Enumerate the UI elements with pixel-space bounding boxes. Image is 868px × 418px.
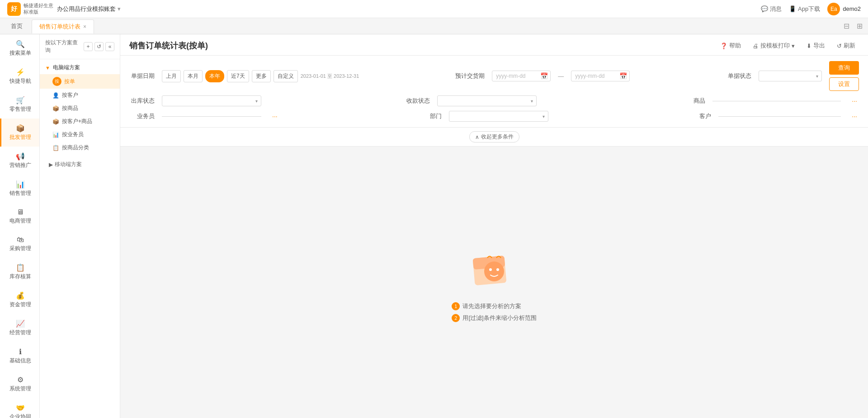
logo-icon: 好 [7, 2, 21, 16]
scheme-group-pc-label: 电脑端方案 [53, 64, 80, 71]
expected-delivery-start-wrapper: 📅 [492, 71, 551, 81]
customer-ellipsis-btn[interactable]: ··· [850, 113, 859, 120]
scheme-item-by-product-label: 按商品 [62, 104, 78, 112]
svg-point-3 [489, 268, 492, 271]
action-btn-group: 查询 设置 [829, 61, 859, 91]
export-btn[interactable]: ⬇ 导出 [803, 40, 829, 52]
scheme-item-by-order[interactable]: 按 按单 [40, 74, 120, 89]
date-btn-custom[interactable]: 自定义 [274, 70, 298, 82]
filter-dash: — [558, 73, 564, 80]
scheme-item-by-customer-product[interactable]: 📦 按客户+商品 [40, 115, 120, 128]
sidebar-item-operation[interactable]: 📈 经营管理 [0, 314, 39, 342]
page-header: 销售订单统计表(按单) ❓ 帮助 🖨 按模板打印 ▾ ⬇ 导出 [120, 34, 868, 56]
date-btn-more[interactable]: 更多 [252, 70, 271, 82]
department-label: 部门 [416, 112, 442, 120]
app-title-dropdown-icon[interactable]: ▾ [118, 5, 121, 12]
scheme-group-mobile-header[interactable]: ▶ 移动端方案 [40, 158, 120, 171]
empty-hint-1: 1 请先选择要分析的方案 [452, 302, 536, 310]
by-category-icon: 📋 [52, 145, 59, 151]
scheme-item-by-category[interactable]: 📋 按商品分类 [40, 141, 120, 154]
logo-area: 好 畅捷通好生意 标准版 [7, 2, 53, 16]
sidebar-item-wholesale[interactable]: 📦 批发管理 [0, 119, 39, 147]
calendar-start-icon[interactable]: 📅 [540, 72, 548, 80]
scheme-collapse-btn[interactable]: « [105, 42, 114, 51]
scheme-group-pc-header[interactable]: ▼ 电脑端方案 [40, 61, 120, 74]
print-dropdown-icon: ▾ [792, 43, 795, 49]
customer-label: 客户 [686, 112, 711, 120]
by-customer-product-icon: 📦 [52, 119, 59, 125]
scheme-item-by-salesperson[interactable]: 📊 按业务员 [40, 128, 120, 141]
collapse-more-btn[interactable]: ∧ 收起更多条件 [469, 131, 519, 142]
tab-close-btn[interactable]: × [83, 24, 86, 30]
department-select[interactable] [449, 111, 548, 122]
scheme-item-by-category-label: 按商品分类 [62, 144, 89, 152]
empty-illustration [467, 239, 521, 293]
status-select-wrapper [759, 71, 822, 81]
scheme-add-btn[interactable]: + [84, 42, 93, 51]
product-ellipsis-btn[interactable]: ··· [850, 97, 859, 104]
salesperson-ellipsis-btn[interactable]: ··· [270, 113, 279, 120]
receipt-status-select[interactable] [437, 95, 537, 106]
help-btn[interactable]: ❓ 帮助 [717, 40, 745, 52]
receipt-status-label: 收款状态 [405, 97, 430, 105]
username: demo2 [843, 5, 861, 12]
message-icon: 💬 [761, 5, 768, 12]
wholesale-icon: 📦 [5, 124, 36, 133]
tab-minimize-icon[interactable]: ⊟ [842, 20, 851, 32]
chevron-right-icon: ▶ [49, 162, 53, 168]
download-icon: 📱 [789, 5, 796, 12]
department-select-wrapper [449, 111, 548, 122]
date-btn-this-month[interactable]: 本月 [184, 70, 203, 82]
sidebar-item-inventory[interactable]: 📋 库存核算 [0, 258, 39, 286]
date-btn-last-7days[interactable]: 近7天 [227, 70, 249, 82]
sidebar-item-retail[interactable]: 🛒 零售管理 [0, 90, 39, 119]
avatar: Ea [827, 3, 840, 15]
by-customer-icon: 👤 [52, 92, 59, 99]
calendar-end-icon[interactable]: 📅 [619, 72, 627, 80]
tab-home[interactable]: 首页 [4, 19, 30, 33]
out-status-select[interactable] [162, 95, 261, 106]
print-btn[interactable]: 🖨 按模板打印 ▾ [749, 40, 798, 52]
query-btn[interactable]: 查询 [829, 61, 859, 75]
scheme-item-by-product[interactable]: 📦 按商品 [40, 102, 120, 115]
sidebar-item-purchase[interactable]: 🛍 采购管理 [0, 230, 39, 258]
sidebar-item-marketing[interactable]: 📢 营销推广 [0, 147, 39, 175]
by-salesperson-icon: 📊 [52, 132, 59, 138]
app-download-btn[interactable]: 📱 App下载 [789, 5, 820, 13]
sidebar-item-quick-nav[interactable]: ⚡ 快捷导航 [0, 62, 39, 90]
sidebar-item-finance[interactable]: 💰 资金管理 [0, 286, 39, 314]
tab-active[interactable]: 销售订单统计表 × [32, 19, 94, 33]
date-range-text: 2023-01-01 至 2023-12-31 [301, 73, 359, 80]
sidebar-item-search[interactable]: 🔍 搜索菜单 [0, 34, 39, 62]
sidebar-item-ecommerce[interactable]: 🖥 电商管理 [0, 203, 39, 230]
refresh-icon: ↺ [837, 43, 842, 49]
collapse-row: ∧ 收起更多条件 [120, 128, 868, 147]
message-btn[interactable]: 💬 消息 [761, 5, 782, 13]
tab-maximize-icon[interactable]: ⊞ [855, 20, 864, 32]
sidebar-item-enterprise[interactable]: 🤝 企业协同 [0, 398, 39, 418]
scheme-item-by-customer-label: 按客户 [62, 91, 78, 99]
sidebar-item-basic[interactable]: ℹ 基础信息 [0, 342, 39, 370]
tab-bar: 首页 销售订单统计表 × ⊟ ⊞ [0, 18, 868, 34]
date-btn-last-month[interactable]: 上月 [162, 70, 181, 82]
purchase-icon: 🛍 [5, 236, 36, 244]
empty-num-2: 2 [452, 314, 460, 322]
expected-delivery-end-wrapper: 📅 [571, 71, 630, 81]
scheme-item-by-customer[interactable]: 👤 按客户 [40, 89, 120, 102]
sidebar-item-system[interactable]: ⚙ 系统管理 [0, 370, 39, 398]
sidebar-item-sales[interactable]: 📊 销售管理 [0, 175, 39, 203]
out-status-label: 出库状态 [129, 97, 155, 105]
operation-icon: 📈 [5, 319, 36, 328]
refresh-btn[interactable]: ↺ 刷新 [833, 40, 859, 52]
user-area[interactable]: Ea demo2 [827, 3, 861, 15]
scheme-refresh-btn[interactable]: ↺ [94, 42, 104, 51]
date-label: 单据日期 [129, 72, 155, 80]
empty-state: 1 请先选择要分析的方案 2 用[过滤]条件来缩小分析范围 [120, 147, 868, 418]
status-select[interactable] [759, 71, 822, 81]
app-title-area[interactable]: 办公用品行业模拟账套 ▾ [57, 5, 121, 13]
date-btn-this-year[interactable]: 本年 [205, 70, 224, 82]
receipt-status-select-wrapper [437, 95, 537, 106]
svg-point-2 [484, 261, 504, 281]
settings-btn[interactable]: 设置 [829, 77, 859, 91]
system-icon: ⚙ [5, 375, 36, 384]
